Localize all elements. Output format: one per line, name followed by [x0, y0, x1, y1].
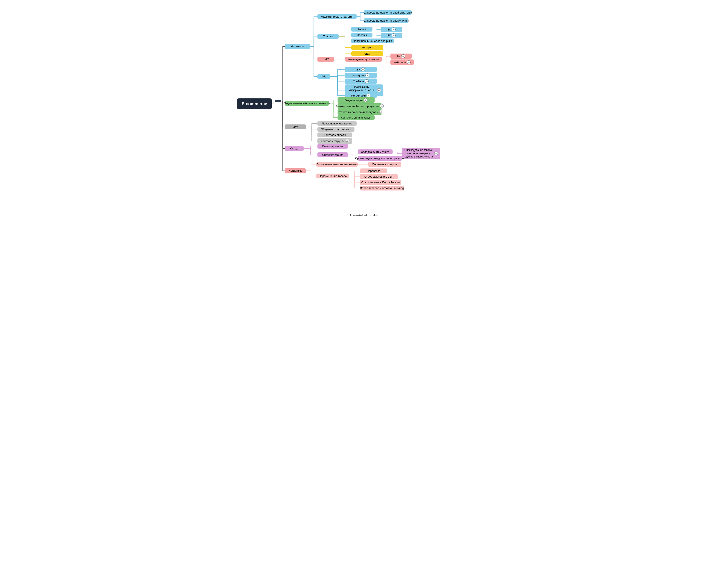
marketing-strategy-node: Маркетинговая стратегия: [317, 14, 357, 19]
instagram-pr-node: instagram ⊝: [345, 73, 377, 78]
badge-sales: ⊕: [364, 98, 367, 102]
vk-smm-node: ВК ⊕: [390, 54, 412, 59]
context-node: Контекст: [351, 45, 383, 50]
publications-node: Размещение публикаций: [345, 57, 382, 62]
vk-posev-node: ВК ⊝: [381, 33, 402, 38]
seo-node: SEO: [351, 51, 383, 56]
badge-arrivals: ⊝: [434, 152, 438, 155]
pr-node: PR: [317, 74, 330, 79]
posev-node: Посевы: [351, 33, 372, 37]
instagram-pr-label: instagram: [352, 74, 364, 77]
search-stores-node: Поиск новых магазинов: [317, 121, 357, 126]
move-goods-node: Перемещение товара: [316, 174, 349, 178]
connector: [275, 100, 281, 102]
replenish-node: Пополнение товаров магазином: [316, 162, 358, 167]
vk-posev-label: ВК: [387, 34, 391, 37]
badge-ig-pr: ⊝: [365, 73, 369, 77]
vk-pr-node: ВК ⊝: [345, 67, 377, 72]
badge-stats: ⊝: [379, 110, 383, 114]
mindmap: E-commerce Маркетинг Отдел взаимодействи…: [233, 4, 495, 207]
arrivals-node: Оприходование товара / внесение товарных…: [402, 148, 440, 159]
sales-dept-node: Отдел продаж ⊕: [338, 97, 375, 103]
smm-node: SMM: [317, 57, 334, 62]
kassa-node: Контроль онлайн кассы: [338, 115, 375, 120]
footer: Presented with xmind: [350, 214, 378, 217]
pickup-node: Забор товаров и отвозка на склад: [360, 186, 404, 190]
stats-label: Статистика по онлайн продажам: [336, 110, 378, 114]
cdek-node: Отвоз заказов в CDEK: [360, 174, 398, 179]
badge-vk-pr: ⊝: [361, 68, 365, 71]
auto-biz-node: Автоматизация бизнес процессов ⊕: [338, 103, 382, 109]
badge-auto: ⊕: [380, 104, 384, 108]
root-node: E-commerce: [237, 98, 272, 109]
accounting-node: Отладка систем учета: [358, 149, 393, 154]
traffic-node: Трафик: [317, 34, 339, 39]
warehouse-space-node: Организация складского пространства: [358, 156, 402, 161]
vk-target-label: ВК: [387, 28, 391, 31]
badge-vk-posev: ⊝: [392, 33, 396, 37]
instagram-smm-node: instagram ⊕: [390, 59, 414, 65]
warehouse-node: Склад: [285, 146, 304, 151]
opt-node: Опт: [285, 124, 306, 129]
youtube-label: YouTube: [353, 80, 364, 83]
payment-ctrl-node: Контроль оплаты: [317, 132, 352, 137]
badge-pr-info: ⊕: [377, 88, 381, 92]
client-dept-node: Отдел взаимодействия с клиентами: [285, 101, 329, 106]
footer-text: Presented with: [350, 214, 370, 217]
partner-comm-node: Общение с партнерами: [317, 127, 354, 132]
badge-pr-offline: ⊝: [367, 94, 370, 97]
badge-yt: ⊝: [365, 79, 369, 83]
pr-offline-label: PR офлайн: [351, 94, 366, 97]
ms1-node: Следование маркетинговой стратегии: [364, 10, 412, 15]
shipment-ctrl-node: Контроль отгрузки ⊝: [317, 138, 352, 144]
marketing-node: Маркетинг: [285, 44, 310, 49]
badge-ship: ⊝: [345, 139, 349, 143]
inventory-node: Инвентаризация: [317, 144, 348, 149]
shipment-label: Контроль отгрузки: [321, 139, 344, 143]
systematization-node: Систематизация: [317, 152, 348, 157]
transport-goods-node: Перевозка товаров: [368, 162, 401, 167]
logistics-node: Логистика: [285, 168, 306, 173]
pochta-node: Отвоз заказов в Почту России: [360, 180, 401, 185]
sales-label: Отдел продаж: [345, 99, 363, 102]
badge-ig-smm: ⊕: [407, 60, 411, 64]
search-new-node: Поиск новых каналов трафика: [351, 39, 394, 43]
instagram-smm-label: instagram: [394, 61, 406, 64]
arrivals-label: Оприходование товара / внесение товарных…: [404, 149, 433, 159]
badge-vk-smm: ⊕: [401, 54, 405, 58]
transport-node: Перевозка: [360, 168, 387, 173]
footer-brand: xmind: [370, 214, 378, 217]
ms2-node: Следование маркетинговому плану: [364, 18, 408, 23]
vk-target-node: ВК ⊝: [381, 27, 402, 32]
youtube-node: YouTube ⊝: [345, 79, 377, 84]
badge-vk-target: ⊝: [392, 28, 396, 31]
stats-online-node: Статистика по онлайн продажам ⊝: [338, 109, 382, 115]
auto-biz-label: Автоматизация бизнес процессов: [336, 105, 379, 108]
vk-pr-label: ВК: [357, 68, 360, 71]
target-node: Таргет: [351, 27, 372, 32]
vk-smm-label: ВК: [397, 55, 400, 58]
